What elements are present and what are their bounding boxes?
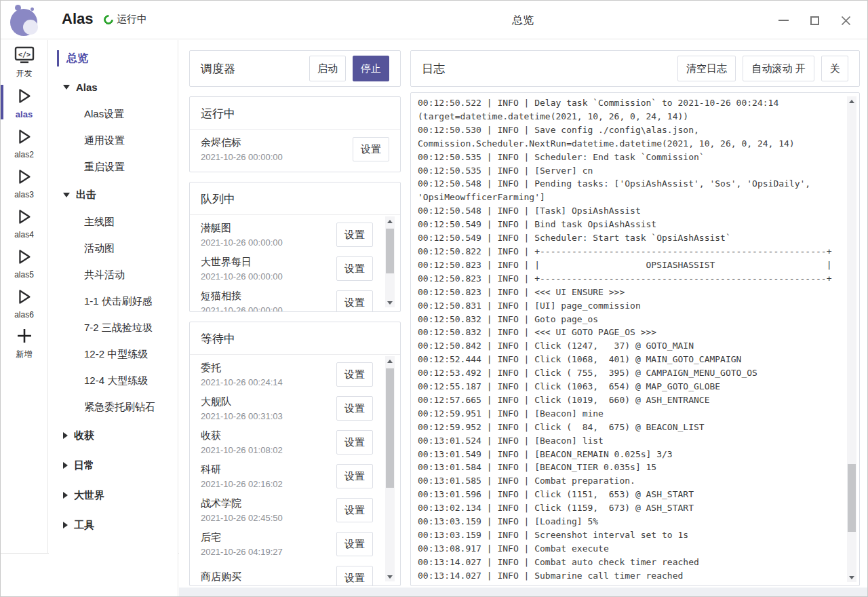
titlebar: Alas 运行中 总览 xyxy=(1,1,867,39)
task-setting-button[interactable]: 设置 xyxy=(336,532,373,556)
rail-item-alas3[interactable]: alas3 xyxy=(1,163,47,203)
task-info: 科研2021-10-26 02:16:02 xyxy=(201,463,336,489)
rail-item-alas4[interactable]: alas4 xyxy=(1,203,47,243)
minimize-button[interactable] xyxy=(772,9,794,31)
app-window: Alas 运行中 总览 </>开发alasalas2alas3alas4alas… xyxy=(0,0,868,597)
task-list: 委托2021-10-26 00:24:14设置大舰队2021-10-26 00:… xyxy=(190,355,400,586)
nav-group-Alas[interactable]: Alas xyxy=(49,73,178,101)
task-row: 收获2021-10-26 01:08:02设置 xyxy=(201,425,373,459)
nav-overview-label: 总览 xyxy=(66,52,88,66)
scheduler-section-等待中: 等待中委托2021-10-26 00:24:14设置大舰队2021-10-26 … xyxy=(189,322,401,586)
nav-item-共斗活动[interactable]: 共斗活动 xyxy=(49,262,178,288)
nav-group-label: 大世界 xyxy=(74,489,104,502)
nav-item-Alas设置[interactable]: Alas设置 xyxy=(49,101,178,128)
task-row: 战术学院2021-10-26 02:45:50设置 xyxy=(201,493,373,527)
scheduler-panel: 调度器 启动 停止 运行中余烬信标2021-10-26 00:00:00设置队列… xyxy=(189,50,401,586)
rail-item-label: alas5 xyxy=(14,270,34,280)
scrollbar-thumb[interactable] xyxy=(386,368,394,488)
chevron-right-icon xyxy=(63,492,68,499)
task-setting-button[interactable]: 设置 xyxy=(336,464,373,488)
scroll-down-icon[interactable] xyxy=(385,298,395,307)
nav-group-label: 出击 xyxy=(76,189,96,201)
nav-item-1-1 伏击刷好感[interactable]: 1-1 伏击刷好感 xyxy=(49,288,178,315)
task-info: 大世界每日2021-10-26 00:00:00 xyxy=(201,256,336,282)
task-setting-button[interactable]: 设置 xyxy=(336,256,373,281)
task-name: 科研 xyxy=(201,463,336,476)
main-horizontal-scrollbar[interactable] xyxy=(179,588,867,596)
log-scrollbar[interactable] xyxy=(847,96,856,582)
nav-item-活动图[interactable]: 活动图 xyxy=(49,235,178,262)
rail-item-label: alas6 xyxy=(14,310,34,320)
task-list-scrollbar[interactable] xyxy=(385,216,395,307)
maximize-button[interactable] xyxy=(804,9,825,31)
rail-item-开发[interactable]: </>开发 xyxy=(1,43,47,83)
play-icon xyxy=(14,247,34,269)
log-title: 日志 xyxy=(422,61,677,77)
task-info: 战术学院2021-10-26 02:45:50 xyxy=(201,497,336,523)
scheduler-start-button[interactable]: 启动 xyxy=(309,56,346,81)
scroll-up-icon[interactable] xyxy=(385,216,395,226)
nav-item-重启设置[interactable]: 重启设置 xyxy=(49,154,178,180)
close-button[interactable] xyxy=(835,9,856,31)
main-content: 调度器 启动 停止 运行中余烬信标2021-10-26 00:00:00设置队列… xyxy=(179,40,867,596)
task-setting-button[interactable]: 设置 xyxy=(336,498,373,522)
scroll-up-icon[interactable] xyxy=(385,356,395,366)
scheduler-section-队列中: 队列中潜艇图2021-10-26 00:00:00设置大世界每日2021-10-… xyxy=(189,182,401,312)
scroll-down-icon[interactable] xyxy=(385,572,395,581)
task-next-run-time: 2021-10-26 00:00:00 xyxy=(201,271,336,282)
autoscroll-on-button[interactable]: 自动滚动 开 xyxy=(743,56,814,81)
rail-item-alas6[interactable]: alas6 xyxy=(1,283,47,323)
nav-item-12-2 中型练级[interactable]: 12-2 中型练级 xyxy=(49,341,178,368)
task-setting-button[interactable]: 设置 xyxy=(336,566,373,586)
task-name: 战术学院 xyxy=(201,497,336,510)
nav-item-12-4 大型练级[interactable]: 12-4 大型练级 xyxy=(49,368,178,394)
nav-group-label: 日常 xyxy=(74,459,94,472)
task-name: 商店购买 xyxy=(201,571,336,583)
rail-item-alas2[interactable]: alas2 xyxy=(1,123,47,163)
task-name: 大世界每日 xyxy=(201,256,336,269)
nav-item-overview[interactable]: 总览 xyxy=(49,44,178,73)
task-setting-button[interactable]: 设置 xyxy=(336,396,373,421)
task-info: 后宅2021-10-26 04:19:27 xyxy=(201,531,336,557)
task-next-run-time: 2021-10-26 02:16:02 xyxy=(201,479,336,489)
play-icon xyxy=(14,86,34,109)
scrollbar-thumb[interactable] xyxy=(386,229,394,273)
scroll-down-icon[interactable] xyxy=(847,573,856,582)
nav-item-紧急委托刷钻石[interactable]: 紧急委托刷钻石 xyxy=(49,394,178,421)
scrollbar-thumb[interactable] xyxy=(848,464,856,532)
nav-item-通用设置[interactable]: 通用设置 xyxy=(49,128,178,154)
nav-group-出击[interactable]: 出击 xyxy=(49,180,178,209)
task-list-scrollbar[interactable] xyxy=(385,356,395,581)
autoscroll-off-button[interactable]: 关 xyxy=(821,56,848,81)
scheduler-title: 调度器 xyxy=(201,61,309,77)
nav-item-7-2 三战捡垃圾[interactable]: 7-2 三战捡垃圾 xyxy=(49,315,178,341)
scroll-up-icon[interactable] xyxy=(847,96,856,106)
clear-log-button[interactable]: 清空日志 xyxy=(677,56,736,81)
nav-item-主线图[interactable]: 主线图 xyxy=(49,209,178,235)
task-row: 后宅2021-10-26 04:19:27设置 xyxy=(201,527,373,561)
nav-group-大世界[interactable]: 大世界 xyxy=(49,480,178,510)
task-info: 短猫相接2021-10-26 00:00:00 xyxy=(201,290,336,312)
task-setting-button[interactable]: 设置 xyxy=(336,362,373,387)
task-list: 潜艇图2021-10-26 00:00:00设置大世界每日2021-10-26 … xyxy=(190,215,400,312)
play-icon xyxy=(14,127,34,149)
app-logo-icon xyxy=(9,5,41,36)
task-setting-button[interactable]: 设置 xyxy=(336,290,373,312)
rail-item-alas[interactable]: alas xyxy=(1,83,47,123)
plus-icon xyxy=(15,326,34,348)
rail-item-新增[interactable]: 新增 xyxy=(1,323,47,363)
rail-item-alas5[interactable]: alas5 xyxy=(1,243,47,283)
section-title: 运行中 xyxy=(190,97,400,130)
task-info: 商店购买 xyxy=(201,571,336,586)
nav-group-日常[interactable]: 日常 xyxy=(49,450,178,480)
nav-group-工具[interactable]: 工具 xyxy=(49,510,178,540)
active-indicator xyxy=(57,50,59,66)
task-setting-button[interactable]: 设置 xyxy=(353,137,389,161)
task-info: 潜艇图2021-10-26 00:00:00 xyxy=(201,222,336,248)
rail-item-label: alas2 xyxy=(14,150,34,159)
task-row: 商店购买设置 xyxy=(201,561,373,586)
nav-group-收获[interactable]: 收获 xyxy=(49,421,178,450)
task-setting-button[interactable]: 设置 xyxy=(336,223,373,247)
scheduler-stop-button[interactable]: 停止 xyxy=(353,56,389,81)
task-setting-button[interactable]: 设置 xyxy=(336,430,373,455)
